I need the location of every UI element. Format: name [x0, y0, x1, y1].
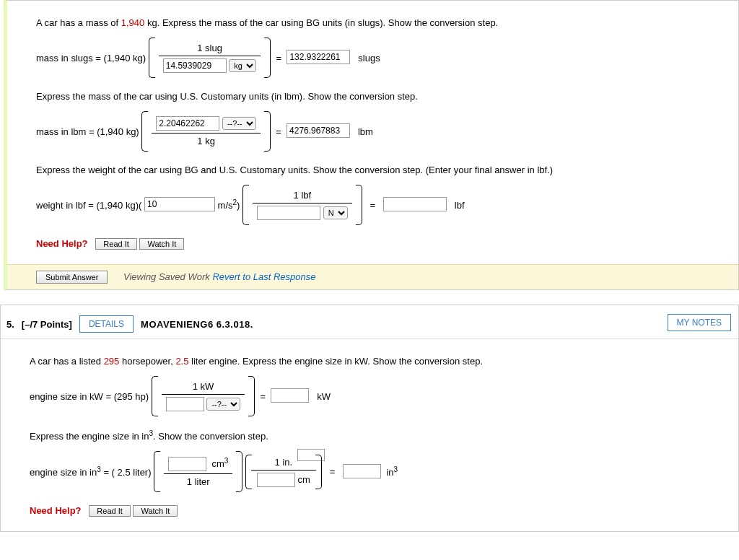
in3-cm3-input[interactable]	[168, 457, 206, 471]
slugs-lhs: mass in slugs = (1,940 kg)	[36, 53, 146, 64]
saved-work-text: Viewing Saved Work	[123, 271, 212, 282]
q4-intro3: Express the weight of the car using BG a…	[36, 165, 727, 175]
lbm-result-input[interactable]	[287, 123, 350, 138]
read-it-button[interactable]: Read It	[95, 238, 136, 250]
hp-value: 295	[104, 356, 120, 367]
q5-intro2: Express the engine size in in3. Show the…	[30, 429, 727, 442]
lbf-result-input[interactable]	[383, 197, 447, 211]
lbf-gravity-input[interactable]	[144, 197, 215, 211]
q5-intro1: A car has a listed 295 horsepower, 2.5 l…	[30, 356, 727, 367]
in3-result-unit: in3	[384, 465, 398, 478]
lbf-den-unit-select[interactable]: N	[323, 206, 348, 219]
my-notes-button[interactable]: MY NOTES	[668, 314, 731, 331]
slugs-den-unit-select[interactable]: kg	[229, 59, 256, 72]
in3-cm-input[interactable]	[257, 473, 295, 487]
kw-numerator: 1 kW	[162, 379, 245, 395]
lbm-row: mass in lbm = (1,940 kg) --?-- 1 kg = lb…	[36, 111, 727, 152]
watch-it-button-2[interactable]: Watch It	[133, 505, 178, 517]
read-it-button-2[interactable]: Read It	[89, 505, 130, 517]
q5-points: [–/7 Points]	[22, 319, 72, 330]
watch-it-button[interactable]: Watch It	[139, 238, 184, 250]
question-code: MOAVENIENG6 6.3.018.	[141, 319, 253, 330]
slugs-den-input[interactable]	[163, 58, 227, 73]
need-help-label-2: Need Help? Read It Watch It	[30, 505, 727, 517]
lbf-den-input[interactable]	[257, 206, 320, 220]
in3-result-input[interactable]	[343, 464, 381, 478]
lbm-result-unit: lbm	[353, 126, 373, 137]
in3-exponent-input[interactable]	[297, 449, 325, 461]
slugs-row: mass in slugs = (1,940 kg) 1 slug kg = s…	[36, 38, 727, 78]
mass-value: 1,940	[121, 17, 145, 28]
q5-header: 5. [–/7 Points] DETAILS MOAVENIENG6 6.3.…	[1, 305, 738, 338]
q4-intro2: Express the mass of the car using U.S. C…	[36, 91, 727, 102]
details-button[interactable]: DETAILS	[79, 315, 134, 333]
in3-denominator: 1 liter	[164, 474, 232, 489]
slugs-result-input[interactable]	[287, 50, 350, 64]
submit-answer-button[interactable]: Submit Answer	[36, 271, 108, 284]
lbf-row: weight in lbf = (1,940 kg)( m/s2) 1 lbf …	[36, 185, 727, 225]
need-help-label: Need Help? Read It Watch It	[36, 238, 727, 250]
kw-result-input[interactable]	[271, 388, 309, 403]
lbf-lhs-a: weight in lbf = (1,940 kg)(	[36, 200, 141, 211]
lbm-num-input[interactable]	[156, 116, 219, 131]
question-5-box: 5. [–/7 Points] DETAILS MOAVENIENG6 6.3.…	[0, 305, 739, 532]
lbf-numerator: 1 lbf	[253, 188, 352, 204]
submit-bar: Submit Answer Viewing Saved Work Revert …	[7, 264, 738, 289]
slugs-numerator: 1 slug	[159, 40, 261, 56]
in3-row: engine size in in3 = ( 2.5 liter) cm3 1 …	[30, 451, 727, 491]
q4-intro1: A car has a mass of 1,940 kg. Express th…	[36, 17, 727, 28]
lbm-lhs: mass in lbm = (1,940 kg)	[36, 126, 139, 137]
kw-lhs: engine size in kW = (295 hp)	[30, 391, 149, 402]
kw-result-unit: kW	[312, 391, 331, 402]
lbm-num-unit-select[interactable]: --?--	[222, 117, 256, 130]
kw-den-input[interactable]	[166, 397, 204, 411]
q5-number: 5.	[6, 319, 14, 330]
liter-value: 2.5	[175, 356, 188, 367]
revert-link[interactable]: Revert to Last Response	[212, 271, 315, 282]
lbm-denominator: 1 kg	[152, 134, 261, 149]
kw-den-unit-select[interactable]: --?--	[206, 398, 240, 411]
slugs-result-unit: slugs	[353, 53, 380, 64]
kw-row: engine size in kW = (295 hp) 1 kW --?-- …	[30, 376, 727, 416]
question-4-box: A car has a mass of 1,940 kg. Express th…	[4, 0, 739, 290]
lbf-result-unit: lbf	[450, 200, 465, 211]
